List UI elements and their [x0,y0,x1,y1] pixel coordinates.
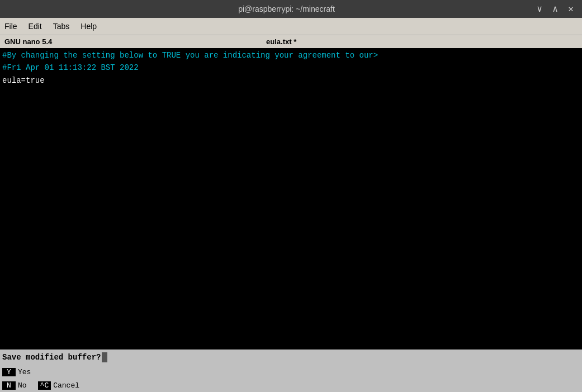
menu-tabs[interactable]: Tabs [53,22,70,31]
yes-label: Yes [18,368,31,376]
save-prompt-cursor [102,352,107,362]
menu-edit[interactable]: Edit [29,22,42,31]
options-bar: Y Yes N No ^C Cancel [0,365,582,392]
no-label: No [18,381,27,390]
option-row-no[interactable]: N No ^C Cancel [0,379,582,392]
maximize-button[interactable]: ∧ [550,3,561,15]
editor-area[interactable]: #By changing the setting below to TRUE y… [0,48,582,361]
nano-filename: eula.txt * [266,37,296,46]
nano-version: GNU nano 5.4 [4,37,52,46]
cancel-key[interactable]: ^C [38,381,51,390]
editor-line-3: eula=true [0,74,582,87]
title-bar: pi@raspberrypi: ~/minecraft ∨ ∧ ✕ [0,0,582,18]
menu-help[interactable]: Help [81,22,97,31]
nano-header: GNU nano 5.4 eula.txt * [0,35,582,48]
cancel-label: Cancel [53,381,79,390]
editor-line-2: #Fri Apr 01 11:13:22 BST 2022 [0,62,582,74]
close-button[interactable]: ✕ [565,3,576,15]
minimize-button[interactable]: ∨ [534,3,545,15]
menu-bar: File Edit Tabs Help [0,18,582,35]
option-row-yes[interactable]: Y Yes [0,365,582,379]
save-prompt-bar: Save modified buffer? [0,350,582,365]
yes-key[interactable]: Y [2,368,16,376]
save-prompt-text: Save modified buffer? [2,353,101,362]
window-controls[interactable]: ∨ ∧ ✕ [534,3,576,15]
no-key[interactable]: N [2,381,16,390]
window-title: pi@raspberrypi: ~/minecraft [39,4,534,13]
menu-file[interactable]: File [4,22,17,31]
editor-line-1: #By changing the setting below to TRUE y… [0,49,582,62]
bottom-section: Save modified buffer? Y Yes N No ^C Canc… [0,350,582,392]
